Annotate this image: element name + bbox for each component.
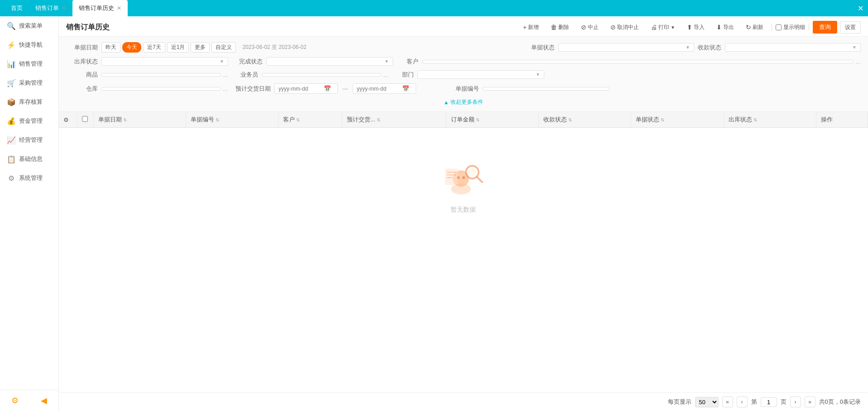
sidebar-item-quicknav[interactable]: ⚡ 快捷导航 <box>0 35 58 54</box>
date-btn-7days[interactable]: 近7天 <box>143 42 165 53</box>
out-status-arrow-icon: ▼ <box>220 59 224 64</box>
cancel-stop-label: 取消中止 <box>617 24 639 31</box>
date-btn-1month[interactable]: 近1月 <box>167 42 189 53</box>
sort-icon-out: ⇅ <box>753 117 757 122</box>
sidebar-item-operations[interactable]: 📈 经营管理 <box>0 131 58 150</box>
out-status-label: 出库状态 <box>66 58 98 66</box>
warehouse-input[interactable] <box>101 87 221 91</box>
tab-sales-order-close[interactable]: ✕ <box>62 5 66 11</box>
sidebar-item-sales-label: 销售管理 <box>19 60 43 68</box>
purchase-icon: 🛒 <box>7 79 15 87</box>
basic-icon: 📋 <box>7 155 15 163</box>
th-operation: 操作 <box>816 112 868 128</box>
delivery-start-input[interactable]: 📅 <box>274 83 338 94</box>
query-button[interactable]: 查询 <box>813 21 837 34</box>
customer-dots[interactable]: ... <box>855 58 861 65</box>
warehouse-dots[interactable]: ... <box>223 85 228 92</box>
th-amount[interactable]: 订单金额 ⇅ <box>446 112 539 128</box>
import-button[interactable]: ⬆ 导入 <box>682 22 709 33</box>
sidebar-item-inventory[interactable]: 📦 库存核算 <box>0 92 58 111</box>
print-button[interactable]: 🖨 打印 ▼ <box>646 22 680 33</box>
top-bar: 首页 销售订单 ✕ 销售订单历史 ✕ ✕ <box>0 0 868 16</box>
prev-prev-btn[interactable]: « <box>722 396 733 407</box>
tab-sales-order-history-close[interactable]: ✕ <box>117 5 121 11</box>
delivery-start-field[interactable] <box>278 86 324 92</box>
sidebar-item-system[interactable]: ⚙ 系统管理 <box>0 169 58 188</box>
tab-sales-order-history[interactable]: 销售订单历史 ✕ <box>72 0 128 16</box>
date-btn-more[interactable]: 更多 <box>191 42 210 53</box>
page-size-select[interactable]: 10 20 50 100 <box>695 397 719 407</box>
system-icon: ⚙ <box>7 174 15 182</box>
import-label: 导入 <box>694 24 705 31</box>
doc-number-input[interactable] <box>483 87 609 91</box>
add-button[interactable]: + 新增 <box>518 22 543 33</box>
receipt-status-select[interactable]: ▼ <box>725 43 861 52</box>
th-settings[interactable]: ⚙ <box>59 112 77 128</box>
tab-home[interactable]: 首页 <box>5 0 29 16</box>
th-doc-status-label: 单据状态 <box>636 116 659 124</box>
th-receipt-status[interactable]: 收款状态 ⇅ <box>539 112 631 128</box>
empty-illustration <box>436 155 490 200</box>
prev-btn[interactable]: ‹ <box>737 396 748 407</box>
th-operation-label: 操作 <box>821 116 833 123</box>
th-delivery[interactable]: 预计交货... ⇅ <box>342 112 446 128</box>
collapse-btn[interactable]: ▲ 收起更多条件 <box>66 98 861 106</box>
delivery-end-input[interactable]: 📅 <box>353 83 416 94</box>
th-out-status[interactable]: 出库状态 ⇅ <box>724 112 816 128</box>
complete-status-label: 完成状态 <box>235 58 263 66</box>
date-btn-today[interactable]: 今天 <box>122 42 141 53</box>
sidebar-item-finance[interactable]: 💰 资金管理 <box>0 111 58 131</box>
sidebar-settings-icon[interactable]: ⚙ <box>10 394 20 407</box>
goods-input[interactable] <box>101 73 221 77</box>
refresh-label: 刷新 <box>753 24 763 31</box>
next-btn[interactable]: › <box>790 396 801 407</box>
sidebar-item-sales[interactable]: 📊 销售管理 <box>0 54 58 73</box>
window-close-btn[interactable]: ✕ <box>858 4 863 13</box>
refresh-button[interactable]: ↻ 刷新 <box>741 22 768 33</box>
date-quick-btns: 昨天 今天 近7天 近1月 更多 自定义 <box>101 42 236 53</box>
cancel-stop-button[interactable]: ⊘ 取消中止 <box>606 22 643 33</box>
filter-area: 单据日期 昨天 今天 近7天 近1月 更多 自定义 2023-06-02 至 2… <box>59 37 868 112</box>
sidebar-item-search[interactable]: 🔍 搜索菜单 <box>0 16 58 35</box>
print-label: 打印 <box>658 24 669 31</box>
filter-row-3: 商品 ... 业务员 ... 部门 ▼ <box>66 70 861 79</box>
date-btn-yesterday[interactable]: 昨天 <box>101 42 120 53</box>
receipt-status-label: 收款状态 <box>694 44 721 52</box>
th-number[interactable]: 单据编号 ⇅ <box>186 112 278 128</box>
empty-text: 暂无数据 <box>451 206 476 214</box>
customer-input[interactable] <box>422 60 854 63</box>
display-detail-checkbox[interactable] <box>776 24 782 30</box>
page-number-input[interactable] <box>761 397 777 407</box>
filter-row-2: 出库状态 ▼ 完成状态 ▼ 客户 ... <box>66 57 861 66</box>
sidebar-collapse-icon[interactable]: ◀ <box>39 394 49 407</box>
stop-label: 中止 <box>588 24 599 31</box>
tabs-container: 首页 销售订单 ✕ 销售订单历史 ✕ <box>5 0 128 16</box>
settings-gear-icon[interactable]: ⚙ <box>63 116 69 123</box>
th-checkbox[interactable] <box>77 112 93 128</box>
sidebar-item-purchase[interactable]: 🛒 采购管理 <box>0 73 58 92</box>
goods-dots[interactable]: ... <box>223 71 228 78</box>
th-doc-status[interactable]: 单据状态 ⇅ <box>631 112 724 128</box>
dept-select[interactable]: ▼ <box>417 70 544 79</box>
salesperson-input[interactable] <box>262 73 381 77</box>
doc-status-select[interactable]: ▼ <box>558 43 694 52</box>
table-header-row: ⚙ 单据日期 ⇅ 单据编号 <box>59 112 868 128</box>
date-btn-custom[interactable]: 自定义 <box>211 42 236 53</box>
th-customer[interactable]: 客户 ⇅ <box>278 112 342 128</box>
export-button[interactable]: ⬇ 导出 <box>712 22 739 33</box>
next-icon: › <box>795 399 796 405</box>
stop-button[interactable]: ⊘ 中止 <box>576 22 603 33</box>
settings-button[interactable]: 设置 <box>840 21 861 34</box>
delivery-end-field[interactable] <box>357 86 402 92</box>
th-customer-label: 客户 <box>283 116 295 124</box>
prev-icon: ‹ <box>741 399 743 405</box>
select-all-checkbox[interactable] <box>82 116 88 122</box>
next-next-btn[interactable]: » <box>805 396 815 407</box>
complete-status-select[interactable]: ▼ <box>266 57 393 66</box>
out-status-select[interactable]: ▼ <box>101 57 228 66</box>
delete-button[interactable]: 🗑 删除 <box>546 22 574 33</box>
salesperson-dots[interactable]: ... <box>383 71 388 78</box>
sidebar-item-basic[interactable]: 📋 基础信息 <box>0 150 58 169</box>
tab-sales-order[interactable]: 销售订单 ✕ <box>29 0 72 16</box>
th-date[interactable]: 单据日期 ⇅ <box>93 112 186 128</box>
